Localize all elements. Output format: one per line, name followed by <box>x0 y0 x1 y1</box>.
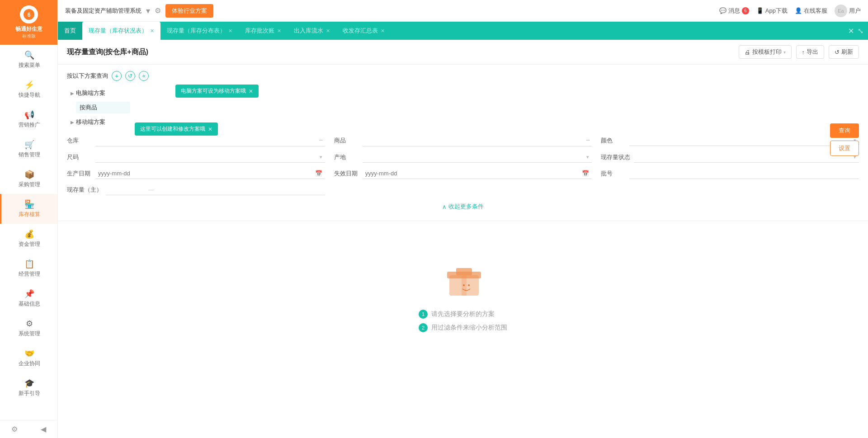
sidebar-logo: 6 畅通好生意 标准版 <box>0 0 57 45</box>
sidebar-item-operation[interactable]: 📋 经营管理 <box>0 254 57 283</box>
close-receive-summary-icon[interactable]: ✕ <box>381 28 385 34</box>
origin-label: 产地 <box>334 153 359 161</box>
product-input-wrap[interactable]: ··· <box>363 134 592 146</box>
warehouse-input-wrap[interactable]: ··· <box>95 134 325 146</box>
close-inventory-dist-icon[interactable]: ✕ <box>228 28 232 34</box>
collapse-sidebar-icon[interactable]: ◀ <box>41 425 46 433</box>
pc-scheme-subitem-1[interactable]: 按商品 <box>76 102 130 113</box>
step-2-text: 用过滤条件来缩小分析范围 <box>431 324 507 332</box>
finance-icon: 💰 <box>24 229 34 239</box>
dropdown-arrow-icon[interactable]: ▾ <box>146 6 150 16</box>
edit-tooltip-text: 这里可以创建和修改方案哦 <box>140 125 205 133</box>
phone-icon: 📱 <box>756 7 764 14</box>
stock-status-input-wrap[interactable]: ▾ <box>634 152 859 163</box>
export-label: 导出 <box>807 48 818 56</box>
sidebar-item-quick-nav[interactable]: ⚡ 快捷导航 <box>0 75 57 104</box>
settings-icon[interactable]: ⚙ <box>155 6 161 15</box>
collapse-row[interactable]: ∧ 收起更多条件 <box>67 199 859 214</box>
empty-box-svg <box>438 257 488 302</box>
page-title: 现存量查询(按仓库+商品) <box>67 47 148 57</box>
app-download-item[interactable]: 📱 App下载 <box>756 7 788 15</box>
color-input[interactable] <box>632 137 854 144</box>
export-btn[interactable]: ↑ 导出 <box>796 45 825 59</box>
produce-date-input-wrap[interactable]: 📅 <box>95 168 325 179</box>
sidebar-item-guide[interactable]: 🎓 新手引导 <box>0 373 57 403</box>
scheme-tooltip-close[interactable]: ✕ <box>249 88 253 94</box>
produce-date-input[interactable] <box>98 170 315 177</box>
reset-btn[interactable]: 设置 <box>830 141 859 156</box>
tab-inventory-status[interactable]: 现存量（库存状况表） ✕ <box>82 22 160 40</box>
inventory-dist-label: 现存量（库存分布表） <box>167 27 226 35</box>
message-icon: 💬 <box>719 7 726 14</box>
sidebar-item-label: 经营管理 <box>19 270 40 278</box>
tabs-close-all-icon[interactable]: ✕ <box>848 27 854 35</box>
page-header: 现存量查询(按仓库+商品) 🖨 按模板打印 ▾ ↑ 导出 ↺ 刷新 <box>58 40 868 65</box>
quick-nav-icon: ⚡ <box>24 80 34 90</box>
search-btn[interactable]: 查询 <box>830 123 859 138</box>
product-input[interactable] <box>365 137 586 144</box>
sidebar-item-basic-info[interactable]: 📌 基础信息 <box>0 283 57 313</box>
scheme-tooltip: 电脑方案可设为移动方案哦 ✕ <box>175 85 259 98</box>
range-dash: — <box>148 186 154 193</box>
collapse-up-icon: ∧ <box>442 203 447 210</box>
home-tab-label: 首页 <box>64 27 76 35</box>
system-title: 装备及固定资产辅助管理系统 <box>65 7 142 15</box>
filter-cell-stock-main: 现存量（主） — <box>67 184 325 195</box>
sidebar-item-enterprise[interactable]: 🤝 企业协同 <box>0 343 57 373</box>
online-service-item[interactable]: 👤 在线客服 <box>795 7 827 15</box>
filter-refresh-btn[interactable]: ↺ <box>125 71 135 81</box>
origin-input-wrap[interactable]: ▾ <box>363 152 592 163</box>
pc-scheme-item[interactable]: ▶ 电脑端方案 <box>67 86 130 100</box>
sidebar-item-label: 资金管理 <box>19 240 40 248</box>
marketing-icon: 📢 <box>24 110 34 120</box>
sidebar-item-sales[interactable]: 🛒 销售管理 <box>0 134 57 164</box>
user-item[interactable]: Ea 用户 <box>835 5 861 17</box>
basic-info-icon: 📌 <box>24 289 34 299</box>
print-btn[interactable]: 🖨 按模板打印 ▾ <box>739 45 792 59</box>
message-item[interactable]: 💬 消息 6 <box>719 7 749 15</box>
expire-date-label: 失效日期 <box>334 170 359 178</box>
size-input[interactable] <box>98 154 320 160</box>
expire-date-calendar-icon[interactable]: 📅 <box>582 170 589 177</box>
sidebar-item-finance[interactable]: 💰 资金管理 <box>0 224 57 254</box>
search-btn-group: 查询 设置 <box>830 123 859 156</box>
stock-main-label: 现存量（主） <box>67 186 102 194</box>
size-input-wrap[interactable]: ▾ <box>95 152 325 163</box>
stock-status-input[interactable] <box>637 154 854 160</box>
color-input-wrap[interactable]: ▾ <box>629 135 859 146</box>
batch-input-wrap[interactable] <box>629 168 859 179</box>
close-inventory-batch-icon[interactable]: ✕ <box>277 28 281 34</box>
expire-date-input[interactable] <box>365 170 582 177</box>
refresh-btn[interactable]: ↺ 刷新 <box>829 45 859 59</box>
produce-date-calendar-icon[interactable]: 📅 <box>315 170 322 177</box>
experience-btn[interactable]: 体验行业方案 <box>165 4 213 18</box>
filter-cell-product: 商品 ··· <box>334 134 592 146</box>
filter-back-btn[interactable]: « <box>139 71 149 81</box>
edit-tooltip-close[interactable]: ✕ <box>208 126 212 132</box>
tab-receive-summary[interactable]: 收发存汇总表 ✕ <box>336 22 391 40</box>
warehouse-input[interactable] <box>98 137 319 144</box>
tabs-expand-icon[interactable]: ⤡ <box>858 27 863 35</box>
tab-home[interactable]: 首页 <box>58 22 82 40</box>
mobile-scheme-item[interactable]: ▶ 移动端方案 <box>67 115 130 129</box>
sidebar-item-purchase[interactable]: 📦 采购管理 <box>0 164 57 194</box>
tab-inventory-batch[interactable]: 库存批次账 ✕ <box>239 22 288 40</box>
chevron-right-icon: ▶ <box>71 91 74 96</box>
sidebar-item-inventory[interactable]: 🏪 库存核算 <box>0 194 57 224</box>
origin-input[interactable] <box>365 154 587 160</box>
close-inventory-status-icon[interactable]: ✕ <box>150 28 154 34</box>
tab-in-out-flow[interactable]: 出入库流水 ✕ <box>288 22 336 40</box>
chevron-right-icon2: ▶ <box>71 120 74 125</box>
sidebar-item-search-menu[interactable]: 🔍 搜索菜单 <box>0 45 57 75</box>
filter-cell-size: 尺码 ▾ <box>67 152 325 163</box>
settings-bottom-icon[interactable]: ⚙ <box>11 425 18 433</box>
tab-inventory-dist[interactable]: 现存量（库存分布表） ✕ <box>160 22 239 40</box>
close-in-out-flow-icon[interactable]: ✕ <box>326 28 330 34</box>
collapse-label: 收起更多条件 <box>448 203 484 211</box>
sidebar-item-marketing[interactable]: 📢 营销推广 <box>0 104 57 134</box>
stock-main-from[interactable] <box>108 186 145 193</box>
sidebar-item-system[interactable]: ⚙ 系统管理 <box>0 313 57 343</box>
expire-date-input-wrap[interactable]: 📅 <box>363 168 592 179</box>
batch-input[interactable] <box>632 170 856 177</box>
filter-add-btn[interactable]: + <box>112 71 122 81</box>
